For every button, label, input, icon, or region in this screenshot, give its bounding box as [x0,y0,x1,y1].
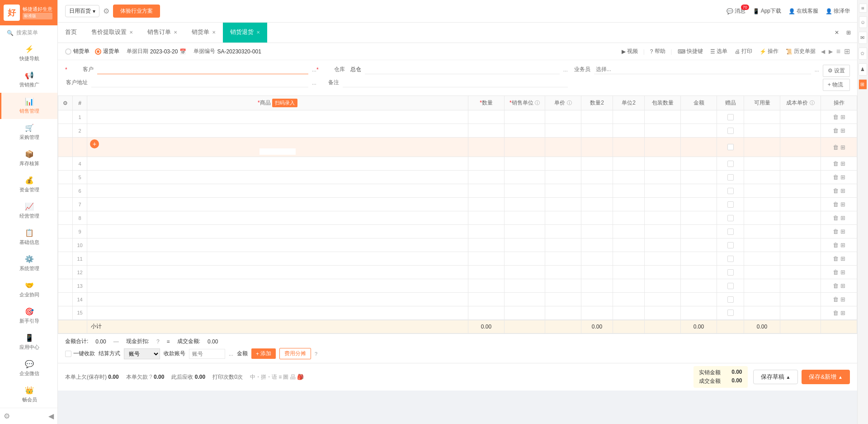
row-price-6[interactable] [545,184,581,198]
row-price-5[interactable] [545,171,581,184]
delete-icon-1[interactable]: 🗑 [833,114,839,120]
row-unit2-5[interactable] [613,171,645,184]
right-tool-3[interactable]: ✉ [859,32,867,44]
row-avail-3[interactable] [744,138,780,157]
copy-icon-1[interactable]: ⊞ [840,114,845,120]
row-qty2-12[interactable] [581,266,613,279]
tab-close-all-btn[interactable]: ✕ [832,28,842,38]
row-cost-14[interactable] [780,293,821,306]
row-avail-10[interactable] [744,238,780,252]
app-download-btn[interactable]: 📱 App下载 [753,7,781,15]
row-cost-15[interactable] [780,306,821,320]
row-qty-2[interactable] [468,124,505,138]
row-qty-7[interactable] [468,198,505,211]
scan-btn[interactable]: 扫码录入 [272,99,297,107]
address-input[interactable] [91,78,308,87]
row-qty2-6[interactable] [581,184,613,198]
row-qty-11[interactable] [468,252,505,266]
row-product-6[interactable] [87,184,468,198]
copy-icon-11[interactable]: ⊞ [840,255,845,262]
row-qty2-11[interactable] [581,252,613,266]
row-gift-2[interactable] [717,124,744,138]
delete-icon-4[interactable]: 🗑 [833,160,839,167]
row-unit2-3[interactable] [613,138,645,157]
row-price-4[interactable] [545,157,581,171]
sidebar-item-operation[interactable]: 📈 经营管理 [0,198,57,224]
row-product-9[interactable] [87,225,468,238]
tab-close-sale-price[interactable]: ✕ [129,30,133,35]
row-avail-11[interactable] [744,252,780,266]
copy-icon-13[interactable]: ⊞ [840,282,845,289]
right-tool-5[interactable]: ♟ [859,63,867,76]
row-unit-9[interactable] [505,225,545,238]
row-unit-7[interactable] [505,198,545,211]
copy-icon-5[interactable]: ⊞ [840,174,845,181]
row-cost-12[interactable] [780,266,821,279]
row-product-8[interactable] [87,211,468,225]
row-avail-8[interactable] [744,211,780,225]
row-price-12[interactable] [545,266,581,279]
row-gift-7[interactable] [717,198,744,211]
row-unit2-15[interactable] [613,306,645,320]
history-btn[interactable]: 📜 历史单据 [784,47,817,56]
one-click-payment-cb[interactable]: 一键收款 [65,350,95,357]
row-avail-4[interactable] [744,157,780,171]
row-price-7[interactable] [545,198,581,211]
copy-icon-10[interactable]: ⊞ [840,242,845,248]
right-tool-4[interactable]: ✩ [859,48,867,60]
row-qty-15[interactable] [468,306,505,320]
operate-btn[interactable]: ⚡ 操作 [758,47,780,56]
sidebar-item-search[interactable]: 🔍 搜索菜单 [0,25,57,40]
print-btn[interactable]: 🖨 打印 [733,47,754,56]
row-unit-4[interactable] [505,157,545,171]
row-qty2-13[interactable] [581,279,613,293]
tab-close-sale-delivery[interactable]: ✕ [212,30,216,35]
row-amount-10[interactable] [681,238,717,252]
row-price-13[interactable] [545,279,581,293]
row-qty-13[interactable] [468,279,505,293]
copy-icon-15[interactable]: ⊞ [840,310,845,316]
row-avail-7[interactable] [744,198,780,211]
payment-method-select[interactable]: 账号 [124,348,160,359]
industry-select[interactable]: 日用百货 ▾ [65,5,99,17]
copy-icon-7[interactable]: ⊞ [840,201,845,208]
row-gift-3[interactable] [717,138,744,157]
row-avail-9[interactable] [744,225,780,238]
row-unit2-11[interactable] [613,252,645,266]
copy-icon-12[interactable]: ⊞ [840,269,845,276]
row-amount-14[interactable] [681,293,717,306]
row-cost-11[interactable] [780,252,821,266]
row-unit2-8[interactable] [613,211,645,225]
sidebar-item-quicknav[interactable]: ⚡ 快捷导航 [0,40,57,67]
row-price-14[interactable] [545,293,581,306]
delete-icon-10[interactable]: 🗑 [833,242,839,248]
remark-input[interactable] [343,78,568,87]
row-gift-15[interactable] [717,306,744,320]
row-qty-6[interactable] [468,184,505,198]
row-unit2-10[interactable] [613,238,645,252]
row-pack-14[interactable] [645,293,681,306]
row-amount-11[interactable] [681,252,717,266]
sidebar-item-marketing[interactable]: 📢 营销推广 [0,67,57,93]
row-qty-10[interactable] [468,238,505,252]
row-pack-12[interactable] [645,266,681,279]
delete-icon-2[interactable]: 🗑 [833,127,839,134]
warehouse-input[interactable] [365,65,560,74]
row-unit2-4[interactable] [613,157,645,171]
row-qty2-5[interactable] [581,171,613,184]
experience-btn[interactable]: 体验行业方案 [113,5,160,18]
delete-icon-8[interactable]: 🗑 [833,214,839,221]
row-avail-15[interactable] [744,306,780,320]
row-product-11[interactable] [87,252,468,266]
row-gift-13[interactable] [717,279,744,293]
row-pack-4[interactable] [645,157,681,171]
row-price-10[interactable] [545,238,581,252]
row-unit-1[interactable] [505,110,545,124]
row-pack-13[interactable] [645,279,681,293]
row-amount-15[interactable] [681,306,717,320]
sidebar-item-guide[interactable]: 🎯 新手引导 [0,303,57,329]
copy-icon-9[interactable]: ⊞ [840,228,845,235]
tab-sale-price[interactable]: 售价提取设置 ✕ [84,23,140,43]
row-amount-12[interactable] [681,266,717,279]
row-amount-2[interactable] [681,124,717,138]
